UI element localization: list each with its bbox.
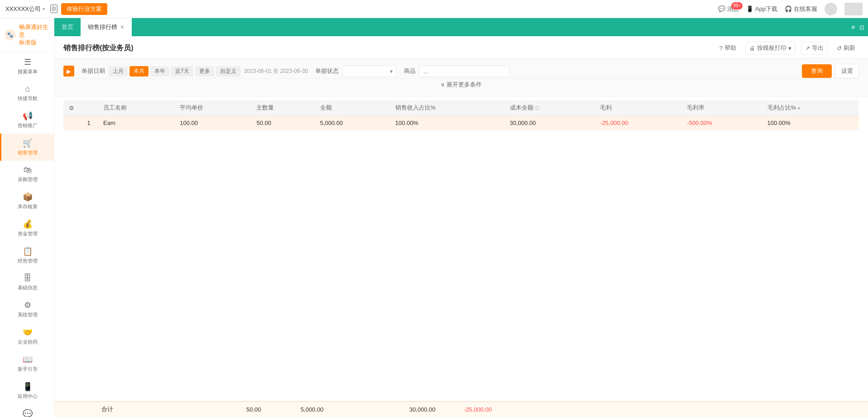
row-sales-pct: 100.00% — [390, 116, 504, 130]
sales-mgmt-icon: 🛒 — [23, 138, 33, 148]
table-container: ⚙ 员工名称 平均单价 主数量 全额 销售收入占比% 成本全额 ⓘ — [54, 96, 868, 401]
date-btn-current-year[interactable]: 本年 — [150, 66, 169, 77]
sidebar-label-search: 搜索菜单 — [18, 68, 38, 75]
settings-icon[interactable]: ⚙ — [50, 5, 58, 13]
avatar[interactable] — [825, 3, 837, 15]
row-amount: 5,000.00 — [315, 116, 390, 130]
sidebar-item-operation[interactable]: 📋 经营管理 — [0, 242, 54, 269]
goods-input[interactable] — [419, 66, 510, 77]
trial-button[interactable]: 体验行业方案 — [61, 3, 107, 15]
status-select-wrapper — [342, 66, 397, 77]
date-btn-7days[interactable]: 近7天 — [171, 66, 193, 77]
row-avg-price: 100.00 — [174, 116, 251, 130]
top-bar: XXXXXX公司 ▾ ⚙ 体验行业方案 💬 消息 99+ 📱 App下载 🎧 在… — [0, 0, 868, 18]
filter-actions: 查询 设置 — [802, 64, 859, 78]
sidebar-label-finance: 资金管理 — [18, 230, 38, 237]
sidebar-item-guide[interactable]: 📖 新手引导 — [0, 350, 54, 377]
message-button[interactable]: 💬 消息 99+ — [718, 5, 739, 13]
message-badge: 99+ — [731, 2, 743, 10]
date-btn-prev-month[interactable]: 上月 — [109, 66, 128, 77]
online-service-button[interactable]: 🎧 在线客服 — [785, 5, 817, 13]
row-settings — [63, 116, 80, 130]
footer-profit: -25,000.00 — [458, 406, 513, 413]
sidebar-item-sales-mgmt[interactable]: 🛒 销售管理 — [0, 134, 54, 161]
footer-quantity: 50.00 — [241, 406, 295, 413]
sidebar-item-marketing[interactable]: 📢 营销推广 — [0, 106, 54, 134]
logo-icon: 🐾 — [4, 28, 16, 42]
app-center-icon: 📱 — [23, 382, 33, 392]
filter-row: ▶ 单据日期 上月 本月 本年 近7天 更多 自定义 2023-06 — [63, 64, 859, 78]
sidebar-item-quick-nav[interactable]: ⌂ 快捷导航 — [0, 80, 54, 106]
profit-pct-info-icon[interactable]: ♦ — [798, 105, 800, 110]
col-quantity: 主数量 — [251, 100, 314, 116]
print-icon: 🖨 — [749, 45, 755, 52]
company-selector[interactable]: XXXXXX公司 ▾ — [5, 5, 45, 13]
user-name[interactable] — [844, 3, 863, 15]
logo-text: 畅康通好生意 标准版 — [19, 24, 50, 47]
tab-home[interactable]: 首页 — [54, 18, 81, 36]
sidebar-label-quick-nav: 快捷导航 — [18, 95, 38, 102]
finance-icon: 💰 — [23, 219, 33, 229]
goods-filter: 商品 — [404, 66, 510, 77]
date-btn-more[interactable]: 更多 — [195, 66, 214, 77]
enterprise-icon: 🤝 — [23, 327, 33, 337]
purchase-icon: 🛍 — [24, 165, 32, 175]
col-cost: 成本全额 ⓘ — [504, 100, 595, 116]
main-layout: 🐾 畅康通好生意 标准版 ☰ 搜索菜单 ⌂ 快捷导航 📢 营销推广 🛒 销售管理… — [0, 18, 868, 417]
footer-label: 合计 — [96, 405, 187, 413]
tab-close-window-icon[interactable]: ✕ — [851, 24, 856, 31]
app-download-icon: 📱 — [746, 5, 753, 12]
sidebar-item-search-order[interactable]: ☰ 搜索菜单 — [0, 53, 54, 80]
col-settings: ⚙ — [63, 100, 80, 116]
status-filter: 单据状态 — [315, 66, 397, 77]
tab-close-icon[interactable]: ✕ — [120, 24, 125, 30]
sidebar-item-enterprise[interactable]: 🤝 企业协同 — [0, 323, 54, 350]
sidebar-item-wechat[interactable]: 💬 企业微信 — [0, 404, 54, 417]
date-btn-custom[interactable]: 自定义 — [216, 66, 240, 77]
marketing-icon: 📢 — [23, 111, 33, 121]
date-filter-label: 单据日期 — [82, 67, 105, 75]
expand-down-icon: ∨ — [441, 81, 445, 88]
filter-toggle-icon[interactable]: ▶ — [63, 66, 74, 77]
sidebar-item-inventory[interactable]: 📦 库存核算 — [0, 187, 54, 215]
col-avg-price: 平均单价 — [174, 100, 251, 116]
sidebar-logo: 🐾 畅康通好生意 标准版 — [0, 18, 54, 53]
goods-filter-label: 商品 — [404, 67, 416, 75]
sidebar: 🐾 畅康通好生意 标准版 ☰ 搜索菜单 ⌂ 快捷导航 📢 营销推广 🛒 销售管理… — [0, 18, 54, 417]
sidebar-label-marketing: 营销推广 — [18, 122, 38, 129]
refresh-button[interactable]: ↺ 刷新 — [833, 42, 859, 54]
col-profit-pct: 毛利占比% ♦ — [762, 100, 859, 116]
sidebar-label-guide: 新手引导 — [18, 366, 38, 373]
footer-cost: 30,000.00 — [404, 406, 458, 413]
system-mgmt-icon: ⚙ — [24, 300, 31, 310]
print-button[interactable]: 🖨 按模板打印 ▾ — [745, 42, 796, 54]
headset-icon: 🎧 — [785, 5, 792, 12]
expand-more-conditions[interactable]: ∨ 展开更多条件 — [63, 78, 859, 91]
sidebar-label-system: 系统管理 — [18, 312, 38, 318]
date-btn-current-month[interactable]: 本月 — [129, 66, 149, 77]
sidebar-item-basic-info[interactable]: 🗄 基础信息 — [0, 269, 54, 296]
query-button[interactable]: 查询 — [802, 64, 832, 78]
row-profit-pct: 100.00% — [762, 116, 859, 130]
sidebar-label-sales: 销售管理 — [18, 149, 38, 156]
sidebar-item-finance[interactable]: 💰 资金管理 — [0, 215, 54, 242]
data-table: ⚙ 员工名称 平均单价 主数量 全额 销售收入占比% 成本全额 ⓘ — [63, 100, 859, 130]
content-area: 首页 销售排行榜 ✕ ✕ ⊡ 销售排行榜(按业务员) ? 帮助 — [54, 18, 868, 417]
date-options: 上月 本月 本年 近7天 更多 自定义 — [109, 66, 240, 77]
quick-nav-icon: ⌂ — [25, 84, 30, 94]
settings-button[interactable]: 设置 — [835, 64, 859, 78]
help-button[interactable]: ? 帮助 — [716, 42, 740, 54]
col-amount: 全额 — [315, 100, 390, 116]
tab-maximize-icon[interactable]: ⊡ — [859, 24, 864, 31]
export-button[interactable]: ↗ 导出 — [801, 42, 828, 54]
col-settings-icon[interactable]: ⚙ — [69, 105, 74, 111]
sidebar-item-system-mgmt[interactable]: ⚙ 系统管理 — [0, 296, 54, 323]
status-select[interactable] — [342, 66, 397, 77]
cost-info-icon[interactable]: ⓘ — [535, 105, 539, 110]
row-profit-rate: -500.00% — [681, 116, 762, 130]
sidebar-label-inventory: 库存核算 — [18, 203, 38, 210]
tab-sales-rank[interactable]: 销售排行榜 ✕ — [81, 18, 132, 36]
sidebar-item-app-center[interactable]: 📱 应用中心 — [0, 377, 54, 404]
app-download-button[interactable]: 📱 App下载 — [746, 5, 777, 13]
sidebar-item-purchase[interactable]: 🛍 采购管理 — [0, 161, 54, 187]
